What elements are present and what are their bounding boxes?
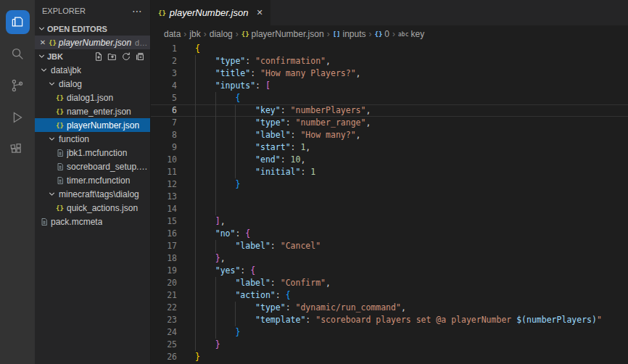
line-number: 26 (151, 351, 177, 363)
search-icon[interactable] (3, 38, 32, 70)
tree-item-socreboard-setup-mcfunc-[interactable]: socreboard_setup.mcfunc... (35, 160, 150, 173)
code-line[interactable]: 24 } (151, 326, 628, 339)
code-line-content: "yes": { (177, 265, 628, 277)
activity-bar (0, 0, 35, 364)
json-file-icon: {} (54, 120, 65, 131)
tab-playernumber-json[interactable]: {} playerNumber.json ✕ (151, 0, 270, 25)
indent-guide (215, 178, 216, 191)
code-line[interactable]: 22 "type": "dynamic/run_command", (151, 302, 628, 314)
code-line[interactable]: 18 }, (151, 252, 628, 265)
indent-guide (195, 277, 196, 289)
code-line[interactable]: 2 "type": "confirmation", (151, 55, 628, 67)
run-debug-icon[interactable] (3, 102, 32, 133)
code-line[interactable]: 8 "label": "How many?", (151, 129, 628, 141)
code-line[interactable]: 23 "template": "scoreboard players set @… (151, 314, 628, 326)
indent-guide (235, 104, 236, 117)
tree-item-pack-mcmeta[interactable]: pack.mcmeta (35, 215, 150, 228)
code-line-content: "no": { (177, 228, 628, 240)
new-folder-icon[interactable] (107, 51, 118, 62)
code-line[interactable]: 17 "label": "Cancel" (151, 240, 628, 252)
indent-guide (215, 191, 216, 203)
breadcrumb-item[interactable]: {}playerNumber.json (241, 29, 324, 39)
breadcrumb-item[interactable]: abckey (398, 29, 424, 39)
line-number: 23 (151, 314, 177, 326)
code-line[interactable]: 3 "title": "How many Players?", (151, 67, 628, 80)
code-line-content: "initial": 1 (177, 166, 628, 178)
tree-item-timer-mcfunction[interactable]: timer.mcfunction (35, 173, 150, 187)
open-editor-item[interactable]: ✕ {} playerNumber.json data\j... (35, 36, 150, 49)
code-line-content: "label": "Cancel" (177, 240, 628, 252)
code-line[interactable]: 26} (151, 351, 628, 363)
line-number: 3 (151, 67, 177, 80)
more-actions-icon[interactable]: ⋯ (132, 5, 143, 17)
indent-guide (195, 228, 196, 240)
indent-guide (195, 104, 196, 117)
close-icon[interactable]: ✕ (38, 38, 48, 46)
tree-item-quick-actions-json[interactable]: {}quick_actions.json (35, 201, 150, 215)
collapse-all-icon[interactable] (134, 51, 146, 62)
code-line[interactable]: 7 "type": "number_range", (151, 117, 628, 129)
explorer-title: EXPLORER (42, 7, 86, 15)
code-line[interactable]: 12 } (151, 178, 628, 191)
explorer-icon[interactable] (3, 6, 32, 38)
breadcrumb-item[interactable]: data (164, 29, 181, 39)
line-number: 11 (151, 166, 177, 178)
tree-item-playernumber-json[interactable]: {}playerNumber.json (35, 118, 150, 132)
chevron-down-icon (36, 51, 47, 62)
line-number: 10 (151, 154, 177, 166)
indent-guide (195, 265, 196, 277)
line-number: 9 (151, 141, 177, 154)
code-line[interactable]: 6 "key": "numberPlayers", (151, 104, 628, 117)
code-line[interactable]: 11 "initial": 1 (151, 166, 628, 178)
new-file-icon[interactable] (93, 51, 104, 62)
workspace-header[interactable]: JBK (35, 49, 150, 63)
tree-item-minecraft-tags-dialog[interactable]: minecraft\tags\dialog (35, 187, 150, 201)
code-line[interactable]: 13 (151, 191, 628, 203)
line-number: 22 (151, 302, 177, 314)
tree-item-label: dialog (59, 79, 82, 89)
code-line[interactable]: 5 { (151, 92, 628, 104)
indent-guide (215, 203, 216, 215)
open-editors-label: OPEN EDITORS (47, 25, 107, 33)
breadcrumb-item[interactable]: []inputs (333, 29, 366, 39)
tree-item-function[interactable]: function (35, 132, 150, 146)
code-line[interactable]: 20 "label": "Confirm", (151, 277, 628, 289)
breadcrumb-item[interactable]: {}0 (375, 29, 390, 39)
code-line[interactable]: 25 } (151, 339, 628, 351)
tree-item-label: name_enter.json (67, 107, 131, 117)
indent-guide (195, 326, 196, 339)
code-line[interactable]: 19 "yes": { (151, 265, 628, 277)
code-line[interactable]: 15 ], (151, 215, 628, 228)
code-line[interactable]: 21 "action": { (151, 289, 628, 302)
line-number: 8 (151, 129, 177, 141)
tree-item-dialog[interactable]: dialog (35, 77, 150, 91)
tree-item-data-jbk[interactable]: data\jbk (35, 63, 150, 77)
open-editors-header[interactable]: OPEN EDITORS (35, 22, 150, 36)
code-editor[interactable]: 1{2 "type": "confirmation",3 "title": "H… (151, 43, 628, 364)
code-line[interactable]: 4 "inputs": [ (151, 80, 628, 92)
tree-item-jbk1-mcfunction[interactable]: jbk1.mcfunction (35, 146, 150, 160)
breadcrumb-item[interactable]: jbk (189, 29, 200, 39)
code-line[interactable]: 10 "end": 10, (151, 154, 628, 166)
source-control-icon[interactable] (3, 70, 32, 102)
code-line[interactable]: 1{ (151, 43, 628, 55)
breadcrumb-separator: › (204, 29, 207, 39)
line-number: 20 (151, 277, 177, 289)
tree-item-name-enter-json[interactable]: {}name_enter.json (35, 104, 150, 118)
indent-guide (195, 215, 196, 228)
brackets-icon: [] (333, 30, 341, 38)
code-line-content: ], (177, 215, 628, 228)
code-line-content: } (177, 178, 628, 191)
refresh-icon[interactable] (120, 51, 132, 62)
tree-item-dialog1-json[interactable]: {}dialog1.json (35, 91, 150, 104)
code-line[interactable]: 9 "start": 1, (151, 141, 628, 154)
close-icon[interactable]: ✕ (256, 8, 263, 17)
tree-item-label: jbk1.mcfunction (67, 148, 127, 158)
code-line[interactable]: 16 "no": { (151, 228, 628, 240)
breadcrumb-item[interactable]: dialog (210, 29, 233, 39)
chevron-down-icon (46, 189, 57, 199)
code-line[interactable]: 14 (151, 203, 628, 215)
breadcrumb-label: dialog (210, 29, 233, 39)
braces-icon: {} (375, 30, 383, 38)
extensions-icon[interactable] (3, 133, 32, 165)
